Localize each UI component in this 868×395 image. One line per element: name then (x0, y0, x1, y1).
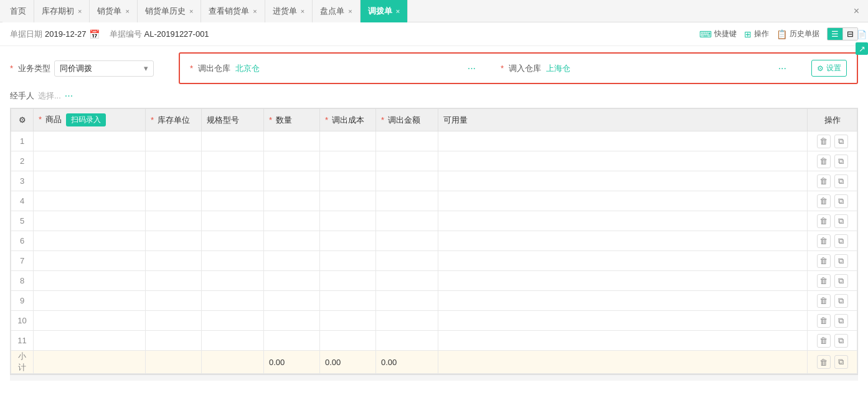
qty-cell[interactable] (264, 291, 320, 311)
spec-cell[interactable] (202, 291, 264, 311)
copy-row-button[interactable]: ⧉ (834, 314, 848, 328)
available-cell[interactable] (438, 291, 808, 311)
tab-sales-order[interactable]: 销货单 × (90, 0, 137, 22)
tab-inventory[interactable]: 盘点单 × (313, 0, 360, 22)
spec-cell[interactable] (202, 231, 264, 251)
available-cell[interactable] (438, 171, 808, 191)
close-purchase[interactable]: × (301, 7, 304, 15)
operator-more-button[interactable]: ··· (65, 90, 73, 102)
available-cell[interactable] (438, 131, 808, 151)
amount-cell[interactable] (376, 231, 438, 251)
cost-cell[interactable] (320, 211, 376, 231)
qty-cell[interactable] (264, 251, 320, 271)
spec-cell[interactable] (202, 131, 264, 151)
sidebar-export-icon[interactable]: ↗ (856, 42, 868, 55)
qty-cell[interactable] (264, 231, 320, 251)
shortcuts-button[interactable]: ⌨ 快捷键 (699, 29, 737, 39)
delete-row-button[interactable]: 🗑 (817, 294, 831, 308)
unit-cell[interactable] (146, 311, 202, 331)
delete-row-button[interactable]: 🗑 (817, 135, 831, 148)
spec-cell[interactable] (202, 151, 264, 171)
product-cell[interactable] (34, 311, 146, 331)
unit-cell[interactable] (146, 131, 202, 151)
tab-purchase[interactable]: 进货单 × (265, 0, 313, 22)
spec-cell[interactable] (202, 311, 264, 331)
copy-row-button[interactable]: ⧉ (834, 194, 848, 208)
tab-initial-stock[interactable]: 库存期初 × (34, 0, 90, 22)
operations-button[interactable]: ⊞ 操作 (744, 29, 769, 39)
transfer-out-more-button[interactable]: ··· (468, 63, 476, 74)
available-cell[interactable] (438, 311, 808, 331)
cost-cell[interactable] (320, 251, 376, 271)
amount-cell[interactable] (376, 291, 438, 311)
delete-row-button[interactable]: 🗑 (817, 254, 831, 268)
history-button[interactable]: 📋 历史单据 (776, 29, 819, 39)
tab-transfer[interactable]: 调拨单 × (361, 0, 408, 22)
close-sales-history[interactable]: × (189, 7, 193, 15)
copy-row-button[interactable]: ⧉ (834, 234, 848, 248)
amount-cell[interactable] (376, 251, 438, 271)
product-cell[interactable] (34, 151, 146, 171)
available-cell[interactable] (438, 191, 808, 211)
gear-icon[interactable]: ⚙ (19, 115, 26, 125)
cost-cell[interactable] (320, 191, 376, 211)
qty-cell[interactable] (264, 311, 320, 331)
product-cell[interactable] (34, 331, 146, 351)
copy-row-button[interactable]: ⧉ (834, 274, 848, 288)
qty-cell[interactable] (264, 191, 320, 211)
delete-row-button[interactable]: 🗑 (817, 155, 831, 168)
spec-cell[interactable] (202, 331, 264, 351)
spec-cell[interactable] (202, 251, 264, 271)
delete-row-button[interactable]: 🗑 (817, 214, 831, 228)
calendar-icon[interactable]: 📅 (89, 29, 100, 39)
product-cell[interactable] (34, 211, 146, 231)
product-cell[interactable] (34, 291, 146, 311)
available-cell[interactable] (438, 151, 808, 171)
cost-cell[interactable] (320, 151, 376, 171)
delete-row-button[interactable]: 🗑 (817, 274, 831, 288)
qty-cell[interactable] (264, 151, 320, 171)
cost-cell[interactable] (320, 271, 376, 291)
available-cell[interactable] (438, 271, 808, 291)
qty-cell[interactable] (264, 271, 320, 291)
available-cell[interactable] (438, 331, 808, 351)
horizontal-scrollbar[interactable] (10, 374, 858, 381)
product-cell[interactable] (34, 191, 146, 211)
unit-cell[interactable] (146, 211, 202, 231)
spec-cell[interactable] (202, 271, 264, 291)
copy-row-button[interactable]: ⧉ (834, 155, 848, 168)
amount-cell[interactable] (376, 151, 438, 171)
unit-cell[interactable] (146, 231, 202, 251)
copy-row-button[interactable]: ⧉ (834, 254, 848, 268)
product-cell[interactable] (34, 131, 146, 151)
unit-cell[interactable] (146, 251, 202, 271)
delete-row-button[interactable]: 🗑 (817, 234, 831, 248)
delete-row-button[interactable]: 🗑 (817, 194, 831, 208)
tab-view-sales[interactable]: 查看销货单 × (201, 0, 265, 22)
sidebar-doc-icon[interactable]: 📄 (856, 29, 867, 40)
unit-cell[interactable] (146, 291, 202, 311)
close-sales-order[interactable]: × (125, 7, 129, 15)
tab-home[interactable]: 首页 (2, 0, 34, 22)
available-cell[interactable] (438, 211, 808, 231)
amount-cell[interactable] (376, 171, 438, 191)
settings-button[interactable]: ⚙ 设置 (811, 60, 847, 77)
qty-cell[interactable] (264, 331, 320, 351)
product-cell[interactable] (34, 171, 146, 191)
amount-cell[interactable] (376, 191, 438, 211)
business-type-select[interactable]: 同价调拨 ▾ (54, 60, 154, 77)
delete-row-button[interactable]: 🗑 (817, 314, 831, 328)
cost-cell[interactable] (320, 311, 376, 331)
amount-cell[interactable] (376, 271, 438, 291)
copy-row-button[interactable]: ⧉ (834, 294, 848, 308)
product-cell[interactable] (34, 271, 146, 291)
cost-cell[interactable] (320, 131, 376, 151)
tab-sales-history[interactable]: 销货单历史 × (138, 0, 201, 22)
unit-cell[interactable] (146, 151, 202, 171)
amount-cell[interactable] (376, 211, 438, 231)
available-cell[interactable] (438, 251, 808, 271)
amount-cell[interactable] (376, 131, 438, 151)
close-inventory[interactable]: × (348, 7, 352, 15)
unit-cell[interactable] (146, 331, 202, 351)
cost-cell[interactable] (320, 231, 376, 251)
